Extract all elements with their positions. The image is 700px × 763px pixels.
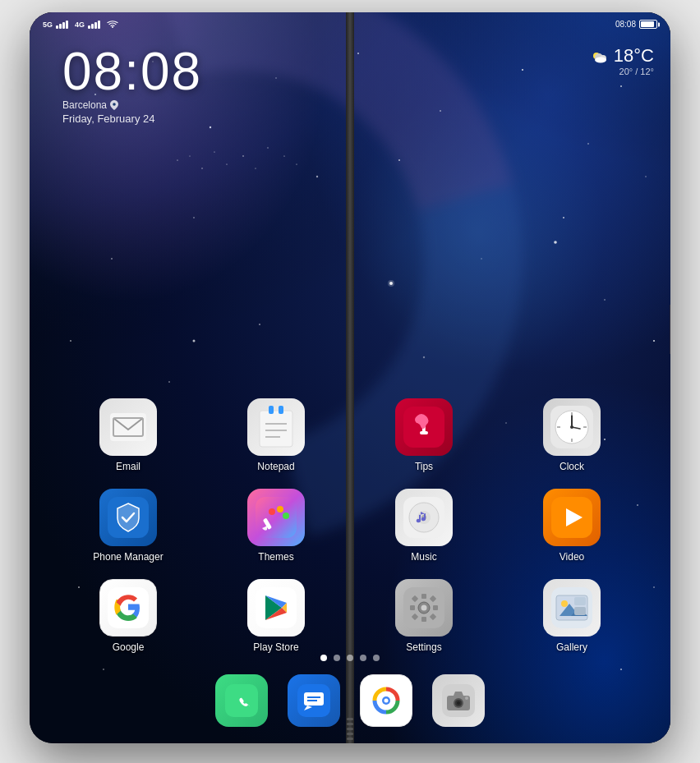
page-dots [320, 655, 380, 661]
hinge-dot-4 [347, 733, 353, 735]
app-icon-themes [247, 489, 305, 546]
app-item-music[interactable]: Music [358, 489, 490, 563]
signal-bars-2 [88, 21, 100, 29]
svg-point-51 [595, 57, 606, 62]
app-icon-music [395, 489, 453, 546]
svg-point-39 [256, 168, 256, 168]
svg-point-42 [297, 163, 297, 164]
svg-rect-110 [304, 692, 324, 706]
device-wrapper: 5G 4G [30, 12, 670, 752]
app-icon-tips: i [395, 398, 453, 456]
svg-point-36 [214, 151, 215, 152]
messages-dock-icon-svg [297, 684, 330, 717]
app-icon-phone-manager [99, 489, 157, 546]
email-icon-svg [110, 413, 146, 441]
app-label-google: Google [113, 641, 145, 653]
phone-dock-icon-svg [225, 684, 258, 717]
notepad-icon-svg [257, 406, 295, 448]
dock-icon-messages [288, 674, 340, 727]
svg-point-74 [269, 508, 275, 515]
app-item-email[interactable]: Email [62, 398, 194, 472]
network-5g: 5G [43, 21, 53, 29]
status-time: 08:08 [615, 20, 636, 29]
svg-point-30 [103, 669, 104, 670]
app-label-tips: Tips [415, 461, 433, 472]
wifi-icon [107, 21, 118, 29]
app-label-gallery: Gallery [556, 641, 587, 653]
dock-item-phone[interactable] [215, 674, 268, 727]
svg-point-37 [226, 163, 227, 164]
svg-point-38 [242, 155, 244, 157]
svg-point-47 [113, 103, 116, 106]
page-dot-2[interactable] [334, 655, 340, 661]
signal-bar-4 [66, 21, 68, 29]
dock-icon-camera [432, 674, 485, 727]
settings-icon-svg [403, 587, 444, 628]
google-icon-svg [108, 587, 149, 628]
svg-point-76 [283, 512, 289, 519]
app-item-tips[interactable]: i Tips [358, 398, 490, 472]
app-item-notepad[interactable]: Notepad [210, 398, 342, 472]
page-dot-3[interactable] [347, 655, 353, 661]
time-display: 08:08 [62, 45, 202, 98]
app-label-settings: Settings [406, 641, 441, 653]
svg-rect-62 [420, 431, 428, 434]
dock-item-chrome[interactable] [360, 674, 412, 727]
svg-rect-73 [256, 497, 297, 538]
app-label-play-store: Play Store [253, 641, 298, 653]
app-item-play-store[interactable]: Play Store [210, 579, 342, 653]
svg-point-44 [388, 280, 394, 287]
location-text: Barcelona [62, 99, 107, 111]
svg-point-45 [193, 339, 196, 342]
app-item-clock[interactable]: Clock [506, 398, 638, 472]
weather-range: 20° / 12° [589, 67, 654, 76]
page-dot-1[interactable] [320, 655, 327, 661]
battery-fill [641, 21, 654, 27]
signal-bars-1 [56, 21, 68, 29]
clock-section: 08:08 Barcelona Friday, February 24 [62, 45, 202, 125]
signal-bar-7 [94, 22, 97, 29]
app-icon-notepad [247, 398, 305, 456]
app-item-google[interactable]: Google [62, 579, 194, 653]
status-right: 08:08 [615, 20, 657, 29]
app-label-phone-manager: Phone Manager [93, 551, 163, 563]
page-dot-5[interactable] [373, 655, 380, 661]
signal-bar-8 [98, 21, 100, 29]
svg-point-103 [561, 600, 568, 607]
side-button[interactable] [670, 305, 670, 354]
app-icon-clock [543, 398, 601, 456]
app-icon-play-store [247, 579, 305, 637]
app-item-themes[interactable]: Themes [210, 489, 342, 563]
music-icon-svg [403, 497, 444, 538]
svg-point-124 [465, 696, 468, 700]
signal-bar-3 [62, 22, 65, 29]
svg-rect-96 [433, 605, 438, 610]
app-grid: Email Notepad [30, 398, 670, 653]
phone-manager-icon-svg [108, 497, 149, 538]
chrome-dock-icon-svg [370, 684, 403, 717]
svg-rect-94 [421, 617, 426, 622]
dock-item-messages[interactable] [288, 674, 340, 727]
app-label-notepad: Notepad [257, 461, 294, 472]
screen: 5G 4G [30, 12, 670, 743]
page-dot-4[interactable] [360, 655, 366, 661]
location-icon [110, 100, 118, 110]
app-item-settings[interactable]: Settings [358, 579, 490, 653]
app-item-phone-manager[interactable]: Phone Manager [62, 489, 194, 563]
hinge-dot-3 [347, 728, 353, 730]
themes-icon-svg [256, 497, 297, 538]
svg-point-17 [653, 339, 655, 341]
svg-rect-54 [260, 411, 292, 447]
app-item-gallery[interactable]: Gallery [506, 579, 638, 653]
app-label-themes: Themes [258, 551, 293, 563]
date-display: Friday, February 24 [62, 113, 202, 125]
svg-rect-56 [279, 406, 283, 414]
status-bar: 5G 4G [30, 12, 670, 37]
svg-rect-106 [574, 597, 586, 605]
app-item-video[interactable]: Video [506, 489, 638, 563]
dock-item-camera[interactable] [432, 674, 485, 727]
dock-icon-phone [215, 674, 268, 727]
svg-point-46 [554, 241, 557, 244]
svg-point-75 [277, 506, 283, 512]
svg-point-35 [201, 168, 202, 168]
